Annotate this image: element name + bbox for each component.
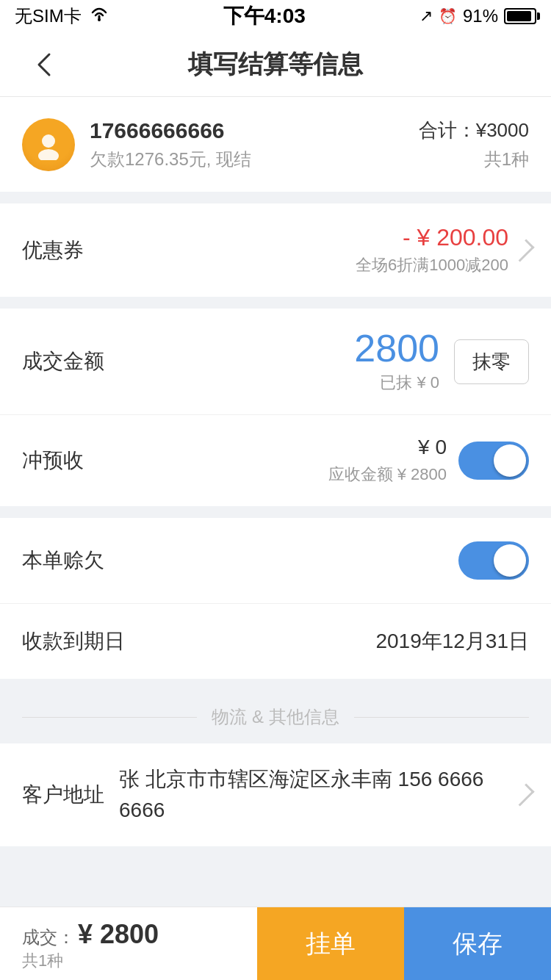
address-label: 客户地址 xyxy=(22,781,104,809)
date-row: 收款到期日 2019年12月31日 xyxy=(0,604,551,679)
save-button[interactable]: 保存 xyxy=(404,907,551,980)
status-left: 无SIM卡 xyxy=(15,4,109,28)
logistics-divider: 物流 & 其他信息 xyxy=(0,691,551,743)
chong-desc: 应收金额 ¥ 2800 xyxy=(328,464,447,486)
status-right: ↗ ⏰ 91% xyxy=(419,6,536,26)
toggle-knob xyxy=(494,444,526,477)
back-button[interactable] xyxy=(22,43,66,87)
coupon-right: - ¥ 200.00 全场6折满1000减200 xyxy=(356,224,529,276)
amount-value-group: 2800 已抹 ¥ 0 xyxy=(354,329,439,394)
total-label: 合计：¥3000 xyxy=(419,118,529,143)
date-value: 2019年12月31日 xyxy=(375,627,529,655)
bottom-bar: 成交： ¥ 2800 共1种 挂单 保存 xyxy=(0,907,551,980)
amount-right: 2800 已抹 ¥ 0 抹零 xyxy=(354,329,529,394)
debtor-label: 本单赊欠 xyxy=(22,547,104,574)
chong-value: ¥ 0 xyxy=(328,436,447,459)
address-right xyxy=(517,785,529,805)
chong-amounts: ¥ 0 应收金额 ¥ 2800 xyxy=(328,436,447,486)
divider-line-left xyxy=(22,717,197,718)
debtor-section: 本单赊欠 收款到期日 2019年12月31日 xyxy=(0,518,551,679)
deal-amount-row: 成交金额 2800 已抹 ¥ 0 抹零 xyxy=(0,309,551,415)
coupon-info: - ¥ 200.00 全场6折满1000减200 xyxy=(356,224,508,276)
coupon-amount: - ¥ 200.00 xyxy=(356,224,508,251)
bottom-deal-row: 成交： ¥ 2800 xyxy=(22,916,235,950)
round-button[interactable]: 抹零 xyxy=(454,339,529,384)
battery-icon xyxy=(504,8,536,24)
customer-section: 17666666666 欠款1276.35元, 现结 合计：¥3000 共1种 xyxy=(0,97,551,192)
customer-left: 17666666666 欠款1276.35元, 现结 xyxy=(22,118,251,171)
debtor-toggle[interactable] xyxy=(458,541,529,580)
location-icon: ↗ xyxy=(419,7,433,26)
amount-sub: 已抹 ¥ 0 xyxy=(354,372,439,394)
no-sim-label: 无SIM卡 xyxy=(15,4,82,28)
alarm-icon: ⏰ xyxy=(439,7,457,25)
avatar xyxy=(22,118,75,171)
page-title: 填写结算等信息 xyxy=(66,48,485,82)
address-chevron-icon xyxy=(511,783,534,806)
bottom-amount: ¥ 2800 xyxy=(78,919,159,950)
divider-line-right xyxy=(354,717,529,718)
svg-point-2 xyxy=(38,149,59,160)
chong-label: 冲预收 xyxy=(22,447,84,475)
svg-point-1 xyxy=(42,134,55,148)
date-label: 收款到期日 xyxy=(22,627,125,655)
amount-section: 成交金额 2800 已抹 ¥ 0 抹零 冲预收 ¥ 0 应收金额 ¥ 2800 xyxy=(0,309,551,506)
logistics-label: 物流 & 其他信息 xyxy=(212,705,339,729)
bottom-deal-label: 成交： xyxy=(22,926,75,949)
address-row[interactable]: 客户地址 张 北京市市辖区海淀区永丰南 156 6666 6666 xyxy=(0,743,551,846)
customer-phone: 17666666666 xyxy=(90,118,251,143)
debtor-row: 本单赊欠 xyxy=(0,518,551,604)
customer-right: 合计：¥3000 共1种 xyxy=(419,118,529,171)
nav-bar: 填写结算等信息 xyxy=(0,32,551,97)
amount-value: 2800 xyxy=(354,329,439,367)
battery-percent: 91% xyxy=(463,6,498,26)
total-count: 共1种 xyxy=(419,148,529,171)
debtor-toggle-knob xyxy=(494,544,526,577)
coupon-desc: 全场6折满1000减200 xyxy=(356,254,508,276)
bottom-info: 成交： ¥ 2800 共1种 xyxy=(0,907,257,980)
address-section[interactable]: 客户地址 张 北京市市辖区海淀区永丰南 156 6666 6666 xyxy=(0,743,551,846)
status-bar: 无SIM卡 下午4:03 ↗ ⏰ 91% xyxy=(0,0,551,32)
deal-amount-label: 成交金额 xyxy=(22,347,104,375)
hang-button[interactable]: 挂单 xyxy=(257,907,404,980)
wifi-icon xyxy=(89,6,109,26)
svg-point-0 xyxy=(98,18,101,21)
chong-row: 冲预收 ¥ 0 应收金额 ¥ 2800 xyxy=(0,415,551,506)
chong-toggle[interactable] xyxy=(458,442,529,480)
chevron-right-icon xyxy=(511,239,534,262)
address-value: 张 北京市市辖区海淀区永丰南 156 6666 6666 xyxy=(119,764,508,826)
coupon-row[interactable]: 优惠券 - ¥ 200.00 全场6折满1000减200 xyxy=(0,203,551,297)
customer-info: 17666666666 欠款1276.35元, 现结 xyxy=(90,118,251,171)
chong-right: ¥ 0 应收金额 ¥ 2800 xyxy=(328,436,529,486)
bottom-count: 共1种 xyxy=(22,950,235,972)
customer-debt: 欠款1276.35元, 现结 xyxy=(90,148,251,171)
coupon-label: 优惠券 xyxy=(22,237,84,264)
status-time: 下午4:03 xyxy=(223,2,306,30)
